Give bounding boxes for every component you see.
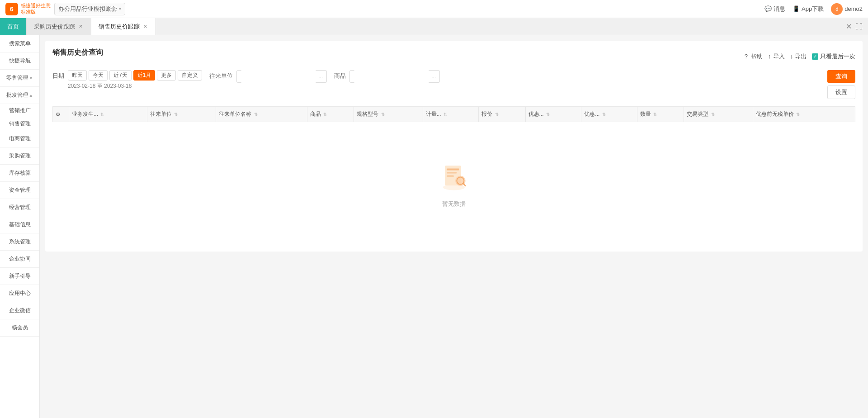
settings-button[interactable]: 设置 <box>827 86 855 99</box>
th-pre-tax[interactable]: 优惠前无税单价 ⇅ <box>753 107 855 122</box>
th-partner-name[interactable]: 往来单位名称 ⇅ <box>216 107 307 122</box>
help-label: 帮助 <box>751 52 763 61</box>
user-area[interactable]: d demo2 <box>831 3 863 15</box>
th-spec[interactable]: 规格型号 ⇅ <box>354 107 423 122</box>
th-discount1[interactable]: 优惠... ⇅ <box>525 107 581 122</box>
th-spec-label: 规格型号 <box>357 111 378 117</box>
help-button[interactable]: ？ 帮助 <box>743 52 763 61</box>
content-area: 销售历史价查询 ？ 帮助 ↑ 导入 ↓ 导出 ✓ <box>40 35 868 418</box>
operations-label: 经营管理 <box>9 204 31 211</box>
th-trade-type[interactable]: 交易类型 ⇅ <box>684 107 753 122</box>
logo-icon: 6 <box>5 3 18 15</box>
finance-label: 资金管理 <box>9 186 31 194</box>
sidebar-item-purchase-mgmt[interactable]: 采购管理 <box>0 147 39 165</box>
partner-input[interactable] <box>241 70 316 83</box>
sidebar-item-system-mgmt[interactable]: 系统管理 <box>0 233 39 251</box>
purchase-mgmt-label: 采购管理 <box>9 152 31 160</box>
th-quote[interactable]: 报价 ⇅ <box>479 107 525 122</box>
sidebar-item-vip-member[interactable]: 畅会员 <box>0 319 39 337</box>
tab-sales-label: 销售历史价跟踪 <box>99 23 140 31</box>
partner-filter-group: 往来单位 ... <box>209 70 327 83</box>
export-button[interactable]: ↓ 导出 <box>790 52 807 61</box>
th-partner-code[interactable]: 往来单位 ⇅ <box>147 107 216 122</box>
tab-close-all-icon[interactable]: ✕ <box>846 22 852 31</box>
retail-mgmt-label: 零售管理 <box>6 74 28 82</box>
goods-input-wrapper[interactable]: ... <box>349 70 440 83</box>
sidebar-item-base-info[interactable]: 基础信息 <box>0 216 39 233</box>
sidebar-item-retail-mgmt[interactable]: 零售管理 ▼ <box>0 70 39 87</box>
tab-sales-history[interactable]: 销售历史价跟踪 ✕ <box>91 18 156 35</box>
sort-icon-quantity: ⇅ <box>653 112 657 117</box>
date-btn-today[interactable]: 今天 <box>89 70 108 81</box>
checkbox-text: 只看最后一次 <box>820 52 855 61</box>
th-goods[interactable]: 商品 ⇅ <box>307 107 354 122</box>
sort-icon-discount1: ⇅ <box>546 112 550 117</box>
sort-icon-discount2: ⇅ <box>602 112 606 117</box>
sidebar-item-app-center[interactable]: 应用中心 <box>0 285 39 302</box>
avatar-initial: d <box>835 6 838 12</box>
import-button[interactable]: ↑ 导入 <box>768 52 785 61</box>
sidebar-item-quick-nav[interactable]: 快捷导航 <box>0 52 39 70</box>
sidebar-item-sales-mgmt[interactable]: 销售管理 <box>4 117 36 130</box>
message-action[interactable]: 💬 消息 <box>764 5 785 13</box>
th-discount2[interactable]: 优惠... ⇅ <box>581 107 637 122</box>
sort-icon-quote: ⇅ <box>495 112 499 117</box>
date-btn-yesterday[interactable]: 昨天 <box>68 70 87 81</box>
goods-label: 商品 <box>334 70 346 80</box>
sidebar-item-operations[interactable]: 经营管理 <box>0 199 39 216</box>
search-menu-label: 搜索菜单 <box>9 40 31 48</box>
date-btn-more[interactable]: 更多 <box>157 70 176 81</box>
date-btn-custom[interactable]: 自定义 <box>178 70 202 81</box>
import-label: 导入 <box>773 52 785 61</box>
th-partner-code-label: 往来单位 <box>150 111 172 117</box>
sidebar-item-marketing[interactable]: 营销推广 <box>4 104 36 117</box>
inventory-label: 库存核算 <box>9 169 31 177</box>
svg-rect-3 <box>447 172 457 173</box>
base-info-label: 基础信息 <box>9 221 31 228</box>
wholesale-submenu: 营销推广 销售管理 <box>0 104 39 130</box>
app-download-action[interactable]: 📱 App下载 <box>793 5 824 13</box>
app-selector[interactable]: 办公用品行业模拟账套 ▾ <box>54 3 125 15</box>
logo-text: 畅捷通好生意 标准版 <box>21 3 51 14</box>
sort-icon-goods: ⇅ <box>323 112 327 117</box>
sidebar-item-inventory[interactable]: 库存核算 <box>0 165 39 182</box>
partner-input-wrapper[interactable]: ... <box>236 70 327 83</box>
tab-purchase-close[interactable]: ✕ <box>78 23 84 30</box>
tab-fullscreen-icon[interactable]: ⛶ <box>855 23 863 31</box>
logo-area: 6 畅捷通好生意 标准版 <box>5 3 51 15</box>
marketing-label: 营销推广 <box>9 107 31 114</box>
th-discount2-label: 优惠... <box>584 111 599 117</box>
th-biz-date[interactable]: 业务发生... ⇅ <box>69 107 147 122</box>
th-gear[interactable]: ⚙ <box>53 107 69 122</box>
sidebar-item-ecommerce-mgmt[interactable]: 电商管理 <box>0 130 39 147</box>
date-label: 日期 <box>52 70 64 80</box>
sidebar-item-enterprise-wechat[interactable]: 企业微信 <box>0 302 39 319</box>
th-quantity[interactable]: 数量 ⇅ <box>637 107 684 122</box>
th-unit[interactable]: 计量... ⇅ <box>423 107 479 122</box>
sidebar-item-wholesale-mgmt[interactable]: 批发管理 ▲ <box>0 87 39 104</box>
query-button[interactable]: 查询 <box>827 70 855 83</box>
sort-icon-pre-tax: ⇅ <box>796 112 800 117</box>
goods-input[interactable] <box>354 70 429 83</box>
app-selector-label: 办公用品行业模拟账套 <box>58 5 117 13</box>
partner-label: 往来单位 <box>209 70 233 80</box>
date-btn-1month[interactable]: 近1月 <box>133 70 156 81</box>
tab-home[interactable]: 首页 <box>0 18 27 35</box>
wholesale-mgmt-row: 批发管理 ▲ <box>6 91 33 99</box>
sidebar-item-enterprise[interactable]: 企业协同 <box>0 251 39 268</box>
page-title: 销售历史价查询 <box>52 48 103 57</box>
sidebar-item-finance[interactable]: 资金管理 <box>0 182 39 199</box>
ecommerce-mgmt-label: 电商管理 <box>9 135 31 142</box>
gear-icon: ⚙ <box>56 111 61 118</box>
last-once-checkbox[interactable]: ✓ 只看最后一次 <box>812 52 855 61</box>
phone-icon: 📱 <box>793 5 800 12</box>
app-center-label: 应用中心 <box>9 290 31 297</box>
sidebar-item-search-menu[interactable]: 搜索菜单 <box>0 35 39 52</box>
tab-purchase-history[interactable]: 采购历史价跟踪 ✕ <box>27 18 91 35</box>
sort-icon-trade-type: ⇅ <box>711 112 715 117</box>
top-header: 6 畅捷通好生意 标准版 办公用品行业模拟账套 ▾ 💬 消息 📱 App下载 d… <box>0 0 868 18</box>
date-btn-7days[interactable]: 近7天 <box>109 70 132 81</box>
tab-sales-close[interactable]: ✕ <box>142 23 148 30</box>
checkbox-icon: ✓ <box>812 53 818 60</box>
sidebar-item-beginner[interactable]: 新手引导 <box>0 268 39 285</box>
